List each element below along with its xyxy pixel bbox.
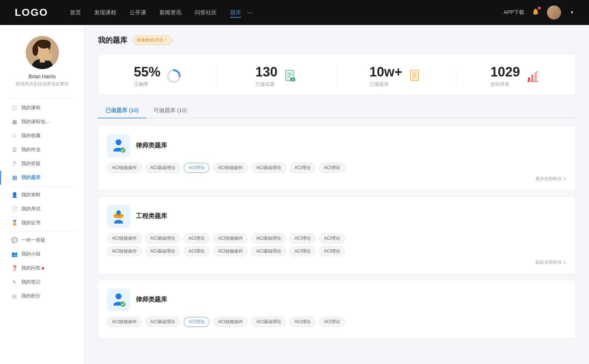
expand-button-1[interactable]: 展开全部科目 ∨ bbox=[107, 176, 567, 182]
stat-rank-number: 1029 bbox=[490, 65, 520, 79]
navbar: LOGO 首页 发现课程 公开课 新闻资讯 问答社区 题库 ··· APP下载 … bbox=[0, 0, 589, 25]
tag-item[interactable]: ACI基础理论 bbox=[251, 163, 286, 173]
profile-avatar bbox=[26, 36, 59, 69]
stat-done-banks-label: 已做题库 bbox=[370, 81, 402, 88]
profile-name: Brian Harris bbox=[29, 74, 56, 79]
svg-point-3 bbox=[32, 44, 38, 56]
sidebar-item-favorites[interactable]: ☆ 我的收藏 bbox=[0, 129, 84, 143]
lawyer-icon-1 bbox=[107, 134, 130, 157]
sidebar-item-myexam[interactable]: 📄 我的考试 bbox=[0, 202, 84, 216]
nav-item-news[interactable]: 新闻资讯 bbox=[159, 9, 181, 16]
collapse-button[interactable]: 收起全部科目 ∧ bbox=[107, 259, 567, 265]
app-download-button[interactable]: APP下载 bbox=[504, 9, 524, 16]
tag-item[interactable]: ACI理论 bbox=[319, 163, 345, 173]
stat-done-questions: 130 已做试题 ≡ bbox=[218, 65, 337, 88]
tag-item-active[interactable]: ACI理论 bbox=[184, 163, 209, 173]
tag-item[interactable]: ACI技能操作 bbox=[213, 233, 248, 243]
qbank-card-lawyer-2: 律师类题库 ACI技能操作 ACI基础理论 ACI理论 ACI技能操作 ACI基… bbox=[98, 280, 576, 338]
sidebar-item-oneonone[interactable]: 💬 一对一答疑 bbox=[0, 233, 84, 247]
tag-item[interactable]: ACI基础理论 bbox=[251, 317, 286, 327]
tag-item[interactable]: ACI理论 bbox=[319, 317, 345, 327]
tag-item[interactable]: ACI技能操作 bbox=[213, 317, 248, 327]
tag-item[interactable]: ACI基础理论 bbox=[251, 233, 286, 243]
sidebar-item-mycourse[interactable]: ☐ 我的课程 bbox=[0, 101, 84, 115]
qbank-tags-lawyer-2: ACI技能操作 ACI基础理论 ACI理论 ACI技能操作 ACI基础理论 AC… bbox=[107, 317, 567, 327]
sidebar-item-myprofile[interactable]: 👤 我的资料 bbox=[0, 188, 84, 202]
stat-accuracy-label: 正确率 bbox=[134, 81, 161, 88]
tag-item[interactable]: ACI技能操作 bbox=[107, 163, 142, 173]
nav-item-discover[interactable]: 发现课程 bbox=[94, 9, 116, 16]
notification-bell[interactable] bbox=[532, 8, 540, 17]
oneonone-icon: 💬 bbox=[11, 237, 18, 243]
stat-accuracy-number: 55% bbox=[134, 65, 161, 79]
group-icon: 👥 bbox=[11, 251, 18, 257]
svg-rect-23 bbox=[528, 78, 530, 81]
svg-rect-17 bbox=[410, 70, 419, 81]
nav-item-qa[interactable]: 问答社区 bbox=[195, 9, 217, 16]
tag-item[interactable]: ACI基础理论 bbox=[145, 317, 180, 327]
tag-item[interactable]: ACI技能操作 bbox=[213, 246, 248, 256]
question-red-dot bbox=[42, 267, 44, 270]
stat-done-questions-label: 已做试题 bbox=[255, 81, 278, 88]
tag-item[interactable]: ACI理论 bbox=[184, 246, 209, 256]
question-icon: ❓ bbox=[11, 265, 18, 271]
qbank-card-lawyer-1: 律师类题库 ACI技能操作 ACI基础理论 ACI理论 ACI技能操作 ACI基… bbox=[98, 126, 576, 190]
tag-item[interactable]: ACI理论 bbox=[319, 246, 345, 256]
sidebar-divider-3 bbox=[8, 231, 76, 232]
sidebar-item-mypoints[interactable]: ◎ 我的积分 bbox=[0, 289, 84, 303]
qbank-title-lawyer-2: 律师类题库 bbox=[136, 295, 167, 304]
tag-item[interactable]: ACI基础理论 bbox=[145, 163, 180, 173]
tag-item[interactable]: ACI理论 bbox=[290, 163, 315, 173]
tag-item[interactable]: ACI技能操作 bbox=[107, 233, 142, 243]
nav-item-qbank[interactable]: 题库 bbox=[230, 9, 241, 16]
sidebar-profile: Brian Harris 错误的决定比没有决定要好 bbox=[16, 36, 69, 87]
qbank-title-lawyer-1: 律师类题库 bbox=[136, 141, 167, 150]
profile-icon: 👤 bbox=[11, 192, 18, 198]
navbar-right: APP下载 ▼ bbox=[504, 6, 574, 19]
svg-point-27 bbox=[116, 139, 121, 145]
sidebar-menu: ☐ 我的课程 ▦ 我的课程包... ☆ 我的收藏 ☰ 我的作业 ？ 我的答疑 ▤… bbox=[0, 101, 84, 303]
sidebar: Brian Harris 错误的决定比没有决定要好 ☐ 我的课程 ▦ 我的课程包… bbox=[0, 25, 85, 364]
sidebar-item-myquestions[interactable]: ❓ 我的问答 bbox=[0, 261, 84, 275]
tag-item[interactable]: ACI理论 bbox=[290, 233, 315, 243]
tab-done-banks[interactable]: 已做题库 (10) bbox=[98, 104, 146, 118]
tag-item[interactable]: ACI技能操作 bbox=[213, 163, 248, 173]
stat-done-banks-number: 10w+ bbox=[370, 65, 402, 79]
tag-item[interactable]: ACI理论 bbox=[184, 233, 209, 243]
tag-item[interactable]: ACI基础理论 bbox=[145, 246, 180, 256]
nav-more[interactable]: ··· bbox=[247, 9, 253, 17]
qbank-tags-engineer-row1: ACI技能操作 ACI基础理论 ACI理论 ACI技能操作 ACI基础理论 AC… bbox=[107, 233, 567, 243]
qbank-tags-lawyer-1: ACI技能操作 ACI基础理论 ACI理论 ACI技能操作 ACI基础理论 AC… bbox=[107, 163, 567, 173]
exam-icon: 📄 bbox=[11, 206, 18, 212]
qa-icon: ？ bbox=[11, 160, 18, 167]
tab-available-banks[interactable]: 可做题库 (10) bbox=[146, 104, 194, 118]
svg-text:≡: ≡ bbox=[292, 78, 293, 81]
tag-item[interactable]: ACI技能操作 bbox=[107, 246, 142, 256]
stat-done-banks: 10w+ 已做题库 bbox=[337, 65, 456, 88]
sidebar-item-qbank[interactable]: ▤ 我的题库 bbox=[0, 171, 84, 185]
sidebar-item-mynotes[interactable]: ✎ 我的笔记 bbox=[0, 275, 84, 289]
tag-item[interactable]: ACI理论 bbox=[290, 317, 315, 327]
sidebar-item-myqa[interactable]: ？ 我的答疑 bbox=[0, 157, 84, 171]
sidebar-item-homework[interactable]: ☰ 我的作业 bbox=[0, 143, 84, 157]
stat-rank-label: 全站排名 bbox=[490, 81, 520, 88]
sidebar-item-mycert[interactable]: 🏅 我的证书 bbox=[0, 216, 84, 230]
tag-item[interactable]: ACI技能操作 bbox=[107, 317, 142, 327]
tag-item[interactable]: ACI基础理论 bbox=[145, 233, 180, 243]
sidebar-item-mygroup[interactable]: 👥 我的小组 bbox=[0, 247, 84, 261]
note-icon: ✎ bbox=[11, 279, 18, 285]
nav-item-opencourse[interactable]: 公开课 bbox=[130, 9, 146, 16]
chevron-down-icon[interactable]: ▼ bbox=[570, 10, 574, 15]
nav-item-home[interactable]: 首页 bbox=[70, 9, 81, 16]
tag-item[interactable]: ACI理论 bbox=[319, 233, 345, 243]
stats-card: 55% 正确率 130 已做试题 bbox=[98, 54, 576, 95]
tag-item[interactable]: ACI基础理论 bbox=[251, 246, 286, 256]
svg-point-6 bbox=[38, 40, 51, 49]
package-icon: ▦ bbox=[11, 118, 18, 125]
star-icon: ☆ bbox=[11, 132, 18, 139]
avatar[interactable] bbox=[547, 6, 561, 19]
donut-chart-icon bbox=[166, 68, 182, 84]
tag-item[interactable]: ACI理论 bbox=[290, 246, 315, 256]
sidebar-item-mycoursepack[interactable]: ▦ 我的课程包... bbox=[0, 115, 84, 129]
tag-item-active[interactable]: ACI理论 bbox=[184, 317, 209, 327]
